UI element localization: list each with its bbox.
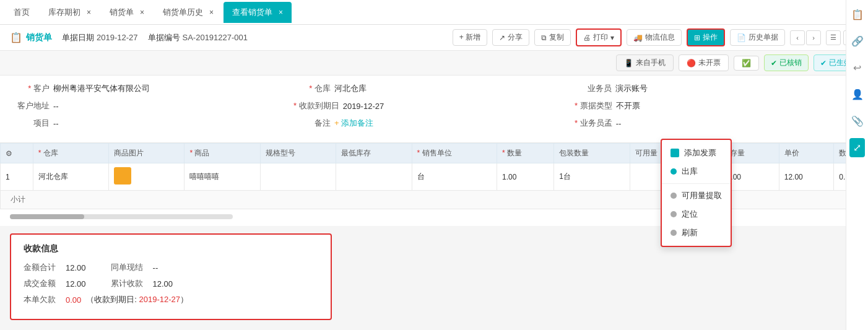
- locate-icon: [671, 211, 677, 217]
- ticket-type-label: 票据类型: [575, 100, 612, 111]
- total-amount-value: 12.00: [66, 263, 86, 272]
- col-settings[interactable]: ⚙: [1, 144, 33, 163]
- col-warehouse: 仓库: [33, 144, 108, 163]
- tab-sales-history[interactable]: 销货单历史 ×: [154, 2, 222, 23]
- customer-value: 柳州粤港平安气体有限公司: [53, 83, 293, 94]
- warehouse-field: 仓库 河北仓库: [293, 83, 575, 94]
- product-image: [114, 167, 131, 185]
- salesperson-value: --: [616, 119, 856, 128]
- warehouse-value: 河北仓库: [334, 83, 575, 94]
- doc-no-value: SA-20191227-001: [183, 33, 248, 42]
- from-phone-button[interactable]: 📱 来自手机: [616, 54, 674, 71]
- dropdown-refresh[interactable]: 刷新: [662, 224, 731, 242]
- row-product-img: [109, 163, 184, 191]
- refresh-icon: [671, 230, 677, 236]
- ticket-type-value: 不开票: [616, 100, 856, 111]
- print-button[interactable]: 🖨 打印 ▾: [576, 28, 622, 46]
- row-spec: [260, 163, 336, 191]
- new-button[interactable]: + 新增: [453, 29, 487, 46]
- right-sidebar: 📋 🔗 ↩ 👤 📎 ⤢: [846, 0, 868, 323]
- operation-button[interactable]: ⊞ 操作: [687, 28, 725, 46]
- remark-label: 备注: [293, 118, 331, 129]
- scroll-thumb[interactable]: [10, 214, 84, 219]
- invoice-icon: [671, 149, 679, 157]
- payment-title: 收款信息: [24, 243, 318, 254]
- row-pack-qty: 1台: [554, 163, 630, 191]
- scroll-bar-area[interactable]: [0, 209, 868, 226]
- prev-page-button[interactable]: ‹: [790, 30, 805, 45]
- tab-inventory-init-close[interactable]: ×: [87, 8, 91, 17]
- customer-label: 客户: [12, 83, 50, 94]
- toolbar: + 新增 ↗ 分享 ⧉ 复制 🖨 打印 ▾ 🚚 物流信息 ⊞ 操作 📄 历史单据…: [453, 28, 858, 46]
- sidebar-undo-icon[interactable]: ↩: [849, 58, 865, 77]
- doc-no-field: 单据编号 SA-20191227-001: [148, 32, 248, 43]
- col-spec: 规格型号: [260, 144, 336, 163]
- share-button[interactable]: ↗ 分享: [492, 29, 529, 46]
- tab-inventory-init[interactable]: 库存期初 ×: [40, 2, 100, 23]
- sidebar-attach-icon[interactable]: 📎: [848, 111, 867, 131]
- main-content: 客户 柳州粤港平安气体有限公司 仓库 河北仓库 业务员 演示账号 客户地址 --…: [0, 76, 868, 323]
- logistics-button[interactable]: 🚚 物流信息: [627, 29, 682, 46]
- dropdown-divider-1: [662, 183, 731, 184]
- available-icon: [671, 193, 677, 199]
- project-label: 项目: [12, 118, 50, 129]
- outbound-label: 出库: [682, 166, 698, 177]
- tab-view-sales[interactable]: 查看销货单 ×: [224, 2, 292, 23]
- col-product: 商品: [184, 144, 260, 163]
- employee-value: 演示账号: [615, 83, 856, 94]
- dropdown-add-invoice[interactable]: 添加发票: [662, 144, 731, 162]
- sidebar-user-icon[interactable]: 👤: [848, 85, 867, 104]
- tab-view-sales-close[interactable]: ×: [279, 8, 283, 17]
- row-product: 嘻嘻嘻嘻: [184, 163, 260, 191]
- doc-no-label: 单据编号: [148, 32, 180, 43]
- tab-sales-order-close[interactable]: ×: [140, 8, 144, 17]
- list-view-button[interactable]: ☰: [826, 30, 841, 45]
- available-extract-label: 可用量提取: [682, 190, 722, 201]
- payment-row-3: 本单欠款 0.00 （收款到期日: 2019-12-27）: [24, 294, 318, 305]
- dropdown-available-extract[interactable]: 可用量提取: [662, 186, 731, 205]
- col-pack-qty: 包装数量: [554, 144, 630, 163]
- history-button[interactable]: 📄 历史单据: [730, 29, 785, 46]
- doc-date-value: 2019-12-27: [97, 33, 138, 42]
- next-page-button[interactable]: ›: [806, 30, 821, 45]
- copy-button[interactable]: ⧉ 复制: [534, 29, 571, 46]
- payment-row-2: 成交金额 12.00 累计收款 12.00: [24, 278, 318, 289]
- add-invoice-label: 添加发票: [684, 147, 716, 158]
- payment-row-1: 金额合计 12.00 同单现结 --: [24, 262, 318, 273]
- confirm-icon-button[interactable]: ✅: [734, 56, 759, 71]
- print-icon: 🖨: [583, 33, 591, 42]
- ticket-type-field: 票据类型 不开票: [575, 100, 856, 111]
- remark-field: 备注 + 添加备注: [293, 118, 575, 129]
- sidebar-expand-icon[interactable]: ⤢: [849, 138, 865, 157]
- row-sales-unit: 台: [412, 163, 497, 191]
- not-open-ticket-button[interactable]: 🔴 未开票: [679, 54, 729, 71]
- ticket-icon: 🔴: [687, 59, 696, 67]
- operation-icon: ⊞: [694, 33, 700, 42]
- add-remark-button[interactable]: + 添加备注: [334, 118, 575, 129]
- verified-icon: ✔: [771, 59, 777, 67]
- locate-label: 定位: [682, 209, 698, 220]
- tab-sales-history-close[interactable]: ×: [209, 8, 214, 17]
- check-icon: ✅: [742, 59, 751, 67]
- form-row-2: 客户地址 -- 收款到期日 2019-12-27 票据类型 不开票: [12, 100, 856, 111]
- balance-note: （收款到期日: 2019-12-27）: [86, 294, 188, 305]
- same-settlement-value: --: [153, 263, 158, 272]
- col-min-stock: 最低库存: [336, 144, 412, 163]
- cumulative-value: 12.00: [153, 279, 173, 289]
- dropdown-locate[interactable]: 定位: [662, 205, 731, 224]
- address-value: --: [53, 102, 293, 111]
- sidebar-link-icon[interactable]: 🔗: [848, 32, 867, 51]
- settings-icon[interactable]: ⚙: [6, 149, 12, 158]
- address-label: 客户地址: [12, 100, 50, 111]
- action-bar: 📱 来自手机 🔴 未开票 ✅ ✔ 已核销 ✔ 已生效: [0, 51, 868, 76]
- tab-home-label: 首页: [14, 7, 30, 18]
- total-amount-field: 金额合计 12.00: [24, 262, 86, 273]
- sidebar-doc-icon[interactable]: 📋: [848, 5, 867, 24]
- refresh-label: 刷新: [682, 227, 698, 238]
- tab-home[interactable]: 首页: [5, 2, 38, 23]
- balance-date: 2019-12-27: [139, 295, 181, 304]
- dropdown-outbound[interactable]: 出库: [662, 162, 731, 181]
- tab-view-sales-label: 查看销货单: [232, 7, 272, 18]
- tab-sales-order[interactable]: 销货单 ×: [101, 2, 153, 23]
- copy-icon: ⧉: [541, 33, 547, 42]
